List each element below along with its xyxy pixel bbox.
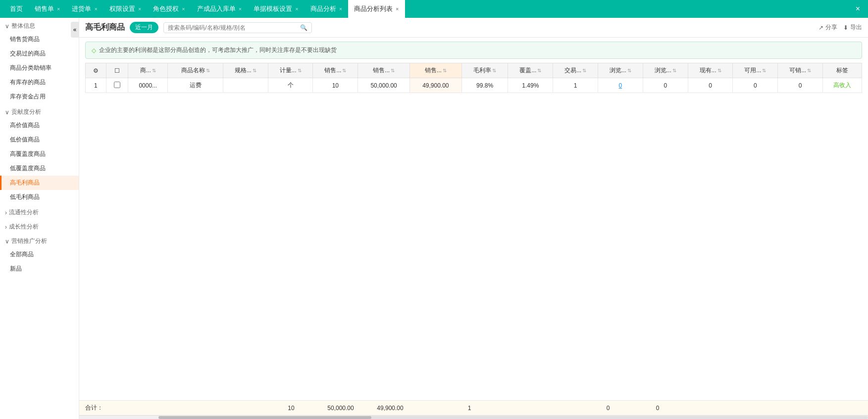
cell-coverage: 1.49% xyxy=(508,78,553,93)
share-icon: ↗ xyxy=(818,24,823,31)
page-title: 高毛利商品 xyxy=(85,22,125,33)
col-sales-amount[interactable]: 销售...⇅ xyxy=(358,63,410,78)
footer-sales-profit: 49,900.00 xyxy=(370,405,410,412)
group-arrow-fluidity: › xyxy=(5,209,7,216)
scrollbar-thumb[interactable] xyxy=(158,416,371,419)
sidebar-item-high-margin[interactable]: 高毛利商品 xyxy=(0,176,79,190)
search-box[interactable]: 🔍 xyxy=(163,22,312,33)
col-name[interactable]: 商品名称⇅ xyxy=(168,63,223,78)
footer-trade: 1 xyxy=(450,405,489,412)
info-banner: ◇ 企业的主要的利润都是这部分商品创造的，可考虑加大推广，同时关注库存是不要出现… xyxy=(85,42,862,59)
col-gross-rate[interactable]: 毛利率⇅ xyxy=(461,63,508,78)
close-analysis-list[interactable]: × xyxy=(396,6,399,12)
sidebar-group-growth[interactable]: › 成长性分析 xyxy=(0,219,79,233)
sidebar-item-high-value[interactable]: 高价值商品 xyxy=(0,118,79,133)
col-spec[interactable]: 规格...⇅ xyxy=(223,63,268,78)
nav-purchase-order[interactable]: 进货单 × xyxy=(66,0,103,18)
nav-product-analysis[interactable]: 商品分析 × xyxy=(305,0,348,18)
cell-gross-rate: 99.8% xyxy=(461,78,508,93)
close-template[interactable]: × xyxy=(295,6,298,12)
sidebar-item-category-assist[interactable]: 商品分类助销率 xyxy=(0,61,79,75)
row-checkbox[interactable] xyxy=(114,82,120,88)
cell-sellable: 0 xyxy=(778,78,823,93)
col-checkbox[interactable]: ☐ xyxy=(106,63,128,78)
col-settings[interactable]: ⚙ xyxy=(86,63,106,78)
cell-code[interactable]: 0000... xyxy=(128,78,168,93)
col-current[interactable]: 现有...⇅ xyxy=(688,63,733,78)
col-tag[interactable]: 标签 xyxy=(823,63,862,78)
col-sales-qty[interactable]: 销售...⇅ xyxy=(313,63,358,78)
col-unit[interactable]: 计量...⇅ xyxy=(268,63,313,78)
horizontal-scrollbar[interactable] xyxy=(79,415,868,419)
close-role-auth[interactable]: × xyxy=(182,6,185,12)
sidebar-item-high-coverage[interactable]: 高覆盖度商品 xyxy=(0,147,79,161)
footer-available: 0 xyxy=(638,405,677,412)
filter-recent-month-button[interactable]: 近一月 xyxy=(130,22,158,33)
cell-available: 0 xyxy=(733,78,778,93)
close-all-tabs[interactable]: × xyxy=(852,4,864,13)
cell-sales-qty: 10 xyxy=(313,78,358,93)
sidebar-group-fluidity[interactable]: › 流通性分析 xyxy=(0,204,79,219)
close-finished-goods[interactable]: × xyxy=(239,6,242,12)
col-coverage[interactable]: 覆盖...⇅ xyxy=(508,63,553,78)
footer-sales-qty: 10 xyxy=(271,405,311,412)
group-arrow-marketing: ∨ xyxy=(5,238,9,245)
share-button[interactable]: ↗ 分享 xyxy=(818,23,837,32)
cell-index: 1 xyxy=(86,78,106,93)
cell-name: 运费 xyxy=(168,78,223,93)
table-row: 1 0000... 运费 个 10 50,000.00 49,900.00 99… xyxy=(86,78,862,93)
cell-checkbox[interactable] xyxy=(106,78,128,93)
group-arrow-contribution: ∨ xyxy=(5,109,9,116)
cell-current: 0 xyxy=(688,78,733,93)
nav-template-settings[interactable]: 单据模板设置 × xyxy=(248,0,304,18)
nav-finished-goods[interactable]: 产成品入库单 × xyxy=(191,0,248,18)
nav-permission-settings[interactable]: 权限设置 × xyxy=(103,0,147,18)
col-code[interactable]: 商...⇅ xyxy=(128,63,168,78)
info-icon: ◇ xyxy=(92,47,96,54)
sidebar-item-low-margin[interactable]: 低毛利商品 xyxy=(0,190,79,204)
col-trade[interactable]: 交易...⇅ xyxy=(553,63,598,78)
sidebar-item-in-stock[interactable]: 有库存的商品 xyxy=(0,75,79,90)
sidebar-item-low-coverage[interactable]: 低覆盖度商品 xyxy=(0,161,79,176)
sidebar-item-sales-goods[interactable]: 销售货商品 xyxy=(0,32,79,47)
content-area: 高毛利商品 近一月 🔍 ↗ 分享 ⬇ 导出 xyxy=(79,18,868,419)
col-available[interactable]: 可用...⇅ xyxy=(733,63,778,78)
sidebar-item-all-goods[interactable]: 全部商品 xyxy=(0,247,79,262)
close-permission[interactable]: × xyxy=(138,6,141,12)
sidebar-group-contribution[interactable]: ∨ 贡献度分析 xyxy=(0,104,79,118)
sidebar-group-overview[interactable]: ∨ 整体信息 xyxy=(0,18,79,32)
close-sales-order[interactable]: × xyxy=(57,6,60,12)
footer-sales-amount: 50,000.00 xyxy=(321,405,360,412)
col-browse1[interactable]: 浏览...⇅ xyxy=(598,63,643,78)
close-purchase-order[interactable]: × xyxy=(94,6,97,12)
sidebar-collapse-button[interactable]: « xyxy=(71,22,79,38)
group-arrow-growth: › xyxy=(5,224,7,231)
cell-sales-amount: 50,000.00 xyxy=(358,78,410,93)
export-button[interactable]: ⬇ 导出 xyxy=(843,23,862,32)
sidebar: « ∨ 整体信息 销售货商品 交易过的商品 商品分类助销率 有库存的商品 库存资… xyxy=(0,18,79,419)
close-product-analysis[interactable]: × xyxy=(339,6,342,12)
nav-product-analysis-list[interactable]: 商品分析列表 × xyxy=(348,0,405,18)
export-icon: ⬇ xyxy=(843,24,848,31)
col-browse2[interactable]: 浏览...⇅ xyxy=(643,63,688,78)
cell-unit: 个 xyxy=(268,78,313,93)
sidebar-item-new-goods[interactable]: 新品 xyxy=(0,262,79,276)
nav-home[interactable]: 首页 xyxy=(4,0,29,18)
col-sellable[interactable]: 可销...⇅ xyxy=(778,63,823,78)
data-table: ⚙ ☐ 商...⇅ 商品名称⇅ 规格...⇅ 计量...⇅ 销售...⇅ 销售.… xyxy=(85,63,862,93)
nav-role-auth[interactable]: 角色授权 × xyxy=(147,0,191,18)
search-icon[interactable]: 🔍 xyxy=(300,24,307,31)
sidebar-item-traded-goods[interactable]: 交易过的商品 xyxy=(0,47,79,61)
col-sales-profit[interactable]: 销售...⇅ xyxy=(409,63,461,78)
cell-spec xyxy=(223,78,268,93)
cell-browse1[interactable]: 0 xyxy=(598,78,643,93)
sidebar-group-marketing[interactable]: ∨ 营销推广分析 xyxy=(0,233,79,247)
search-input[interactable] xyxy=(168,24,298,31)
sidebar-item-low-value[interactable]: 低价值商品 xyxy=(0,133,79,147)
sidebar-item-stock-capital[interactable]: 库存资金占用 xyxy=(0,90,79,104)
nav-sales-order[interactable]: 销售单 × xyxy=(29,0,66,18)
cell-browse2: 0 xyxy=(643,78,688,93)
table-footer: 合计： 10 50,000.00 49,900.00 1 0 0 xyxy=(79,400,868,415)
group-arrow-overview: ∨ xyxy=(5,23,9,30)
scrollbar-track xyxy=(158,416,868,419)
